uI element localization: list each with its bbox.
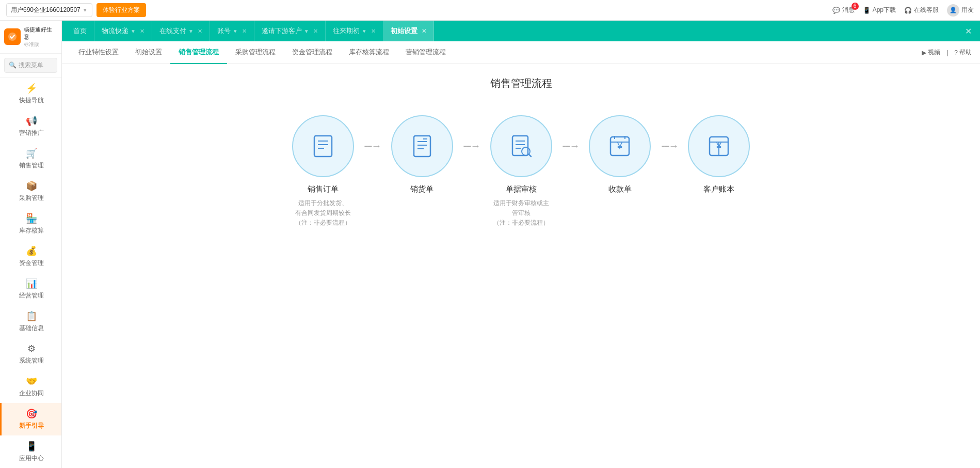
user-avatar-button[interactable]: 👤 用友 bbox=[947, 4, 974, 17]
trial-button[interactable]: 体验行业方案 bbox=[97, 3, 146, 17]
sidebar-item-inventory[interactable]: 🏪 库存核算 bbox=[0, 208, 61, 240]
close-all-tabs-button[interactable]: ✕ bbox=[961, 24, 976, 38]
tab-account-label: 账号 bbox=[217, 26, 231, 36]
avatar: 👤 bbox=[947, 4, 959, 17]
tab-invite[interactable]: 邀请下游客户 ▼ ✕ bbox=[254, 21, 326, 41]
flow-label-review: 单据审核 bbox=[506, 184, 537, 194]
invite-close-icon[interactable]: ✕ bbox=[313, 28, 318, 35]
sidebar-label-quick-nav: 快捷导航 bbox=[19, 96, 44, 105]
tab-payment[interactable]: 在线支付 ▼ ✕ bbox=[152, 21, 210, 41]
app-download-button[interactable]: 📱 App下载 bbox=[863, 6, 896, 14]
sidebar-label-enterprise-collab: 企业协同 bbox=[19, 389, 44, 398]
sidebar-item-operations-mgmt[interactable]: 📊 经营管理 bbox=[0, 273, 61, 305]
sidebar-item-capital-mgmt[interactable]: 💰 资金管理 bbox=[0, 240, 61, 273]
flow-desc-sales-order: 适用于分批发货、有合同发货周期较长（注：非必要流程） bbox=[295, 198, 351, 228]
sidebar-label-purchase-mgmt: 采购管理 bbox=[19, 194, 44, 202]
base-info-icon: 📋 bbox=[26, 310, 37, 322]
flow-circle-receipt[interactable]: ¥ bbox=[589, 115, 651, 177]
tab-logistics[interactable]: 物流快递 ▼ ✕ bbox=[94, 21, 152, 41]
tab-home[interactable]: 首页 bbox=[66, 21, 94, 41]
operations-mgmt-icon: 📊 bbox=[26, 278, 37, 289]
flow-circle-review[interactable] bbox=[490, 115, 552, 177]
sidebar-logo: 畅捷通好生意 标准版 bbox=[0, 21, 61, 54]
sub-tab-inventory-flow[interactable]: 库存核算流程 bbox=[341, 41, 397, 64]
tab-init-settings[interactable]: 初始设置 ✕ bbox=[383, 21, 434, 41]
logistics-close-icon[interactable]: ✕ bbox=[140, 28, 144, 35]
top-bar: 用户690企业1660120507 ▼ 体验行业方案 💬 消息 6 📱 App下… bbox=[0, 0, 980, 21]
sidebar-item-sales-mgmt[interactable]: 🛒 销售管理 bbox=[0, 143, 61, 175]
logo-text-block: 畅捷通好生意 标准版 bbox=[24, 26, 57, 48]
username-label: 用友 bbox=[961, 6, 974, 14]
sidebar-item-new-guide[interactable]: 🎯 新手引导 bbox=[0, 403, 61, 435]
flow-arrow-2: ---→ bbox=[463, 115, 480, 152]
video-help-button[interactable]: ▶ 视频 bbox=[922, 48, 940, 57]
sidebar-search-button[interactable]: 🔍 搜索菜单 bbox=[4, 58, 57, 73]
message-button[interactable]: 💬 消息 6 bbox=[832, 6, 855, 14]
main-layout: 畅捷通好生意 标准版 🔍 搜索菜单 ⚡ 快捷导航 📢 营销推广 🛒 销售管理 📦… bbox=[0, 21, 980, 468]
help-button[interactable]: ? 帮助 bbox=[954, 48, 972, 57]
payment-arrow-icon: ▼ bbox=[188, 28, 194, 34]
sidebar-item-marketing-promo[interactable]: 📢 营销推广 bbox=[0, 110, 61, 143]
nav-tabs: 首页 物流快递 ▼ ✕ 在线支付 ▼ ✕ 账号 ▼ ✕ 邀请下游客户 ▼ ✕ bbox=[62, 21, 980, 41]
sub-tab-sales-flow[interactable]: 销售管理流程 bbox=[170, 41, 227, 64]
sub-tab-init[interactable]: 初始设置 bbox=[127, 41, 170, 64]
flow-circle-ledger[interactable]: ¥ bbox=[688, 115, 750, 177]
logo-line2: 标准版 bbox=[24, 41, 57, 48]
flow-label-receipt: 收款单 bbox=[608, 184, 632, 194]
period-init-close-icon[interactable]: ✕ bbox=[371, 28, 376, 35]
tab-logistics-label: 物流快递 bbox=[102, 26, 128, 36]
sidebar-item-purchase-mgmt[interactable]: 📦 采购管理 bbox=[0, 175, 61, 208]
account-close-icon[interactable]: ✕ bbox=[242, 28, 247, 35]
flow-circle-sales-order[interactable] bbox=[292, 115, 354, 177]
flow-label-sales-order: 销售订单 bbox=[308, 184, 339, 194]
sidebar-label-base-info: 基础信息 bbox=[19, 324, 44, 333]
sidebar-label-capital-mgmt: 资金管理 bbox=[19, 259, 44, 268]
sub-tab-right-actions: ▶ 视频 | ? 帮助 bbox=[922, 48, 972, 57]
sidebar-search-area: 🔍 搜索菜单 bbox=[0, 54, 61, 77]
sub-tab-purchase-flow[interactable]: 采购管理流程 bbox=[227, 41, 284, 64]
sub-tab-marketing-flow[interactable]: 营销管理流程 bbox=[397, 41, 454, 64]
tab-invite-label: 邀请下游客户 bbox=[262, 26, 302, 36]
logo-line1: 畅捷通好生意 bbox=[24, 26, 57, 41]
page-title: 销售管理流程 bbox=[74, 76, 968, 90]
video-icon: ▶ bbox=[922, 49, 926, 56]
search-icon: 🔍 bbox=[9, 61, 17, 69]
enterprise-collab-icon: 🤝 bbox=[26, 376, 37, 387]
sidebar-item-base-info[interactable]: 📋 基础信息 bbox=[0, 305, 61, 338]
tab-home-label: 首页 bbox=[73, 26, 87, 36]
svg-point-0 bbox=[8, 33, 17, 41]
divider: | bbox=[946, 49, 948, 56]
tab-period-init[interactable]: 往来期初 ▼ ✕ bbox=[326, 21, 383, 41]
user-selector[interactable]: 用户690企业1660120507 ▼ bbox=[6, 3, 92, 17]
flow-diagram: 销售订单 适用于分批发货、有合同发货周期较长（注：非必要流程） ---→ bbox=[74, 115, 968, 228]
flow-arrow-4: ---→ bbox=[661, 115, 678, 152]
flow-circle-delivery[interactable] bbox=[391, 115, 453, 177]
sidebar-item-enterprise-collab[interactable]: 🤝 企业协同 bbox=[0, 370, 61, 403]
top-bar-left: 用户690企业1660120507 ▼ 体验行业方案 bbox=[6, 3, 146, 17]
logo-icon bbox=[4, 28, 21, 45]
search-label: 搜索菜单 bbox=[19, 61, 43, 70]
sub-tab-capital-flow[interactable]: 资金管理流程 bbox=[284, 41, 341, 64]
flow-step-ledger: ¥ 客户账本 bbox=[678, 115, 760, 198]
capital-mgmt-icon: 💰 bbox=[26, 245, 37, 257]
online-service-button[interactable]: 🎧 在线客服 bbox=[904, 6, 939, 14]
tab-account[interactable]: 账号 ▼ ✕ bbox=[210, 21, 254, 41]
svg-line-14 bbox=[529, 154, 531, 157]
user-label: 用户690企业1660120507 bbox=[11, 6, 81, 14]
page-content: 销售管理流程 销售订单 适用于分批发货、有合同发货周期较长（注：非必要流程） bbox=[62, 64, 980, 468]
svg-rect-9 bbox=[512, 136, 528, 155]
sidebar-item-app-center[interactable]: 📱 应用中心 bbox=[0, 435, 61, 468]
flow-step-review: 单据审核 适用于财务审核或主管审核（注：非必要流程） bbox=[480, 115, 563, 228]
sidebar-item-quick-nav[interactable]: ⚡ 快捷导航 bbox=[0, 77, 61, 110]
sidebar-item-system-mgmt[interactable]: ⚙ 系统管理 bbox=[0, 338, 61, 370]
sub-tab-capital-flow-label: 资金管理流程 bbox=[292, 48, 332, 57]
sidebar-label-inventory: 库存核算 bbox=[19, 226, 44, 235]
init-settings-close-icon[interactable]: ✕ bbox=[422, 28, 426, 35]
sidebar-label-marketing-promo: 营销推广 bbox=[19, 129, 44, 137]
chevron-down-icon: ▼ bbox=[83, 7, 88, 13]
app-icon: 📱 bbox=[863, 7, 871, 14]
sub-tab-industry[interactable]: 行业特性设置 bbox=[70, 41, 127, 64]
help-icon: ? bbox=[954, 49, 958, 56]
payment-close-icon[interactable]: ✕ bbox=[198, 28, 202, 35]
new-guide-icon: 🎯 bbox=[26, 408, 37, 419]
